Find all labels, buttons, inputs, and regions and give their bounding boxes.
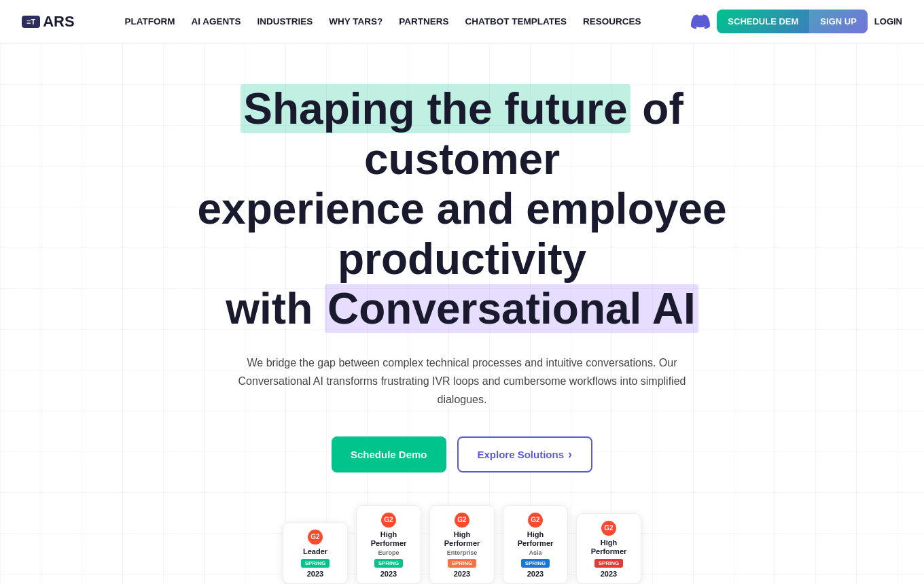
- badge-hp-enterprise-year: 2023: [454, 570, 470, 578]
- hero-subtitle: We bridge the gap between complex techni…: [231, 354, 693, 409]
- badge-hp-asia-tag: SPRING: [521, 559, 550, 568]
- nav-why-tars[interactable]: WHY TARS?: [329, 16, 383, 27]
- badge-leader-tag: SPRING: [301, 559, 330, 568]
- nav-partners[interactable]: PARTNERS: [399, 16, 448, 27]
- badge-high-performer-asia: G2 High Performer Asia SPRING 2023: [503, 505, 568, 584]
- nav-resources[interactable]: RESOURCES: [583, 16, 641, 27]
- badge-leader-year: 2023: [307, 570, 323, 578]
- badge-hp-europe-tag: SPRING: [374, 559, 404, 568]
- badge-hp-europe-subtitle: Europe: [378, 549, 399, 556]
- logo[interactable]: ≡T ARS: [22, 13, 75, 31]
- badge-hp-europe-year: 2023: [380, 570, 397, 578]
- signup-button[interactable]: SIGN UP: [809, 10, 867, 33]
- login-button[interactable]: LOGIN: [874, 16, 902, 27]
- badge-hp-enterprise-title: High Performer: [444, 530, 480, 548]
- nav-links: PLATFORM AI AGENTS INDUSTRIES WHY TARS? …: [124, 16, 641, 27]
- logo-text: ARS: [43, 13, 74, 31]
- hero-title-highlight: Shaping the future: [241, 84, 630, 133]
- badge-high-performer-enterprise: G2 High Performer Enterprise SPRING 2023: [429, 505, 495, 584]
- logo-icon: ≡T: [22, 16, 40, 28]
- badge-hp-europe-title: High Performer: [371, 530, 407, 548]
- badge-high-performer-spring: G2 High Performer SPRING 2023: [576, 513, 641, 584]
- badge-hp-spring-tag: SPRING: [594, 559, 624, 568]
- schedule-demo-hero-button[interactable]: Schedule Demo: [332, 436, 446, 473]
- badge-hp-asia-title: High Performer: [518, 530, 554, 548]
- badge-hp-enterprise-tag: SPRING: [448, 559, 477, 568]
- nav-chatbot-templates[interactable]: CHATBOT TEMPLATES: [465, 16, 567, 27]
- g2-logo-3: G2: [455, 513, 469, 528]
- badge-hp-spring-year: 2023: [601, 570, 617, 578]
- hero-title-ai: Conversational AI: [325, 284, 698, 333]
- nav-right-actions: SCHEDULE DEM SIGN UP LOGIN: [691, 10, 902, 33]
- nav-ai-agents[interactable]: AI AGENTS: [191, 16, 241, 27]
- cta-buttons: SCHEDULE DEM SIGN UP: [717, 10, 867, 33]
- navbar: ≡T ARS PLATFORM AI AGENTS INDUSTRIES WHY…: [0, 0, 924, 44]
- g2-logo-2: G2: [381, 513, 396, 528]
- hero-section: Shaping the future of customer experienc…: [0, 44, 924, 584]
- chevron-right-icon: ›: [568, 447, 572, 462]
- badge-hp-asia-subtitle: Asia: [529, 549, 541, 556]
- g2-logo-4: G2: [528, 513, 543, 528]
- badge-leader: G2 Leader SPRING 2023: [283, 522, 348, 584]
- schedule-demo-button[interactable]: SCHEDULE DEM: [717, 10, 809, 33]
- badge-hp-enterprise-subtitle: Enterprise: [447, 549, 478, 556]
- badge-leader-title: Leader: [303, 547, 327, 556]
- nav-industries[interactable]: INDUSTRIES: [257, 16, 313, 27]
- g2-logo-5: G2: [601, 521, 616, 536]
- nav-platform[interactable]: PLATFORM: [124, 16, 175, 27]
- explore-solutions-label: Explore Solutions: [478, 449, 565, 460]
- hero-title: Shaping the future of customer experienc…: [156, 84, 768, 334]
- badge-high-performer-europe: G2 High Performer Europe SPRING 2023: [356, 505, 421, 584]
- badge-hp-asia-year: 2023: [527, 570, 544, 578]
- hero-cta-buttons: Schedule Demo Explore Solutions ›: [332, 436, 592, 473]
- explore-solutions-button[interactable]: Explore Solutions ›: [457, 436, 593, 473]
- badge-hp-spring-title: High Performer: [591, 538, 627, 556]
- g2-logo-1: G2: [308, 530, 323, 545]
- discord-icon[interactable]: [691, 12, 710, 31]
- badges-row: G2 Leader SPRING 2023 G2 High Performer …: [283, 505, 641, 584]
